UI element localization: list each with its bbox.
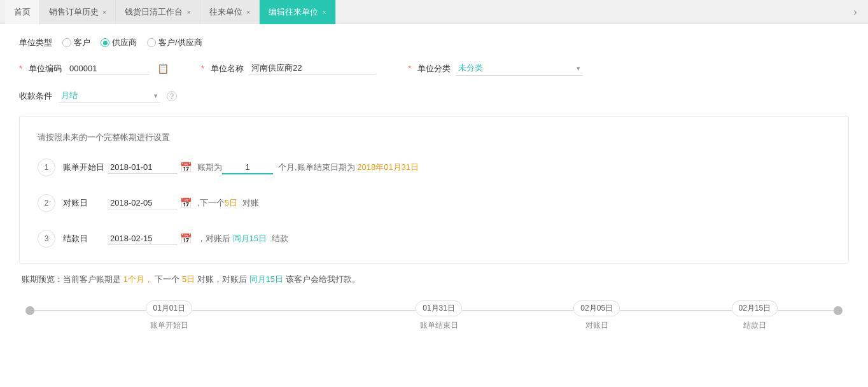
unit-code-group: * 单位编码 📋	[19, 62, 169, 75]
unit-class-group: * 单位分类 未分类 ▾	[408, 61, 583, 76]
setting-label-2: 对账日	[63, 197, 108, 209]
required-code: *	[19, 64, 22, 73]
payment-date-calendar-icon[interactable]: 📅	[180, 233, 192, 244]
payment-highlight: 同月15日	[233, 233, 267, 244]
start-date-calendar-icon[interactable]: 📅	[180, 162, 192, 173]
row-number-3: 3	[38, 230, 55, 248]
preview-highlight2: 5日	[182, 274, 195, 284]
tab-expand-button[interactable]: ›	[848, 0, 863, 24]
tab-bar: 首页 销售订单历史 × 钱货日清工作台 × 往来单位 × 编辑往来单位 × ›	[0, 0, 868, 24]
info-box-title: 请按照未来的一个完整帐期进行设置	[38, 132, 830, 143]
timeline-label-3: 对账日	[585, 320, 608, 331]
help-icon[interactable]: ?	[167, 91, 177, 101]
unit-type-radio-group: 客户 供应商 客户/供应商	[62, 37, 202, 48]
unit-class-arrow: ▾	[577, 64, 580, 73]
info-box: 请按照未来的一个完整帐期进行设置 1 账单开始日 📅 账期为 个月,账单结束日期…	[19, 116, 849, 264]
timeline-line-3	[462, 310, 573, 311]
preview-prefix: 账期预览：当前客户账期是	[22, 274, 121, 284]
setting-label-1: 账单开始日	[63, 162, 108, 173]
unit-name-input[interactable]	[249, 62, 376, 75]
unit-name-label: 单位名称	[211, 63, 244, 74]
unit-class-dropdown[interactable]: 未分类 ▾	[456, 61, 583, 76]
unit-code-label: 单位编码	[29, 63, 62, 74]
payment-condition-label: 收款条件	[19, 90, 52, 102]
setting-label-3: 结款日	[63, 233, 108, 244]
timeline-line-2	[192, 310, 416, 311]
unit-class-label: 单位分类	[417, 63, 451, 74]
unit-class-value: 未分类	[458, 62, 573, 74]
setting-desc-1-prefix: 账期为	[197, 162, 222, 173]
close-cash-work[interactable]: ×	[186, 8, 190, 16]
reconcile-date-input[interactable]	[108, 197, 178, 209]
timeline-label-4: 结款日	[743, 320, 766, 331]
unit-type-row: 单位类型 客户 供应商 客户/供应商	[19, 37, 849, 48]
tab-edit-counterparty[interactable]: 编辑往来单位 ×	[260, 0, 335, 24]
unit-type-label: 单位类型	[19, 37, 52, 48]
close-edit-counterparty[interactable]: ×	[322, 8, 326, 16]
required-name: *	[201, 64, 204, 73]
timeline-line-5	[778, 310, 834, 311]
tab-sales-order[interactable]: 销售订单历史 ×	[40, 0, 116, 24]
period-input[interactable]	[222, 161, 273, 174]
timeline-node-3: 02月05日 对账日	[573, 300, 620, 331]
reconcile-highlight: 5日	[225, 197, 237, 209]
payment-date-input[interactable]	[108, 232, 178, 245]
timeline-label-1: 账单开始日	[150, 320, 188, 331]
unit-code-copy-icon[interactable]: 📋	[157, 63, 169, 74]
preview-row: 账期预览：当前客户账期是 1个月， 下一个 5日 对账，对账后 同月15日 该客…	[19, 274, 849, 285]
setting-desc-3-suffix: 结款	[272, 233, 288, 244]
setting-row-3: 3 结款日 📅 ，对账后 同月15日 结款	[38, 230, 830, 248]
reconcile-date-calendar-icon[interactable]: 📅	[180, 197, 192, 209]
unit-code-input[interactable]	[67, 62, 150, 75]
preview-mid2: 对账，对账后	[197, 274, 247, 284]
timeline-start-dot	[25, 306, 34, 315]
preview-mid1: 下一个	[155, 274, 179, 284]
setting-row-2: 2 对账日 📅 ,下一个 5日 对账	[38, 194, 830, 212]
preview-highlight1: 1个月，	[123, 274, 153, 284]
payment-condition-arrow: ▾	[154, 92, 158, 100]
timeline-node-4: 02月15日 结款日	[732, 300, 778, 331]
unit-name-group: * 单位名称	[201, 62, 376, 75]
tab-home[interactable]: 首页	[5, 0, 40, 24]
main-content: 单位类型 客户 供应商 客户/供应商 * 单位编码	[0, 24, 868, 387]
end-date-highlight: 2018年01月31日	[357, 162, 419, 173]
unit-info-row: * 单位编码 📋 * 单位名称 * 单位分类 未分类 ▾	[19, 61, 849, 76]
close-sales-order[interactable]: ×	[102, 8, 106, 16]
radio-circle-both	[147, 38, 156, 47]
row-number-2: 2	[38, 194, 55, 212]
timeline-badge-2: 01月31日	[416, 300, 462, 316]
preview-highlight3: 同月15日	[249, 274, 283, 284]
timeline: 01月01日 账单开始日 01月31日 账单结束日 02月05日 对账日 02月…	[19, 300, 849, 331]
radio-circle-supplier	[101, 38, 109, 47]
setting-desc-2-prefix: ,下一个	[197, 197, 225, 209]
radio-circle-customer	[62, 38, 71, 47]
timeline-badge-1: 01月01日	[146, 300, 192, 316]
required-class: *	[408, 64, 411, 73]
preview-suffix: 该客户会给我打款。	[286, 274, 360, 284]
payment-condition-dropdown[interactable]: 月结 ▾	[59, 88, 160, 103]
timeline-end-dot	[834, 306, 843, 315]
timeline-line-1	[34, 310, 146, 311]
tab-counterparty[interactable]: 往来单位 ×	[200, 0, 260, 24]
setting-desc-1-suffix: 个月,账单结束日期为	[278, 162, 357, 173]
setting-desc-3-prefix: ，对账后	[197, 233, 233, 244]
radio-customer[interactable]: 客户	[62, 37, 90, 48]
timeline-badge-3: 02月05日	[573, 300, 620, 316]
timeline-node-2: 01月31日 账单结束日	[416, 300, 462, 331]
radio-both[interactable]: 客户/供应商	[147, 37, 202, 48]
timeline-label-2: 账单结束日	[420, 320, 458, 331]
payment-condition-value: 月结	[61, 90, 150, 101]
timeline-badge-4: 02月15日	[732, 300, 778, 316]
close-counterparty[interactable]: ×	[246, 8, 250, 16]
radio-supplier[interactable]: 供应商	[101, 37, 137, 48]
payment-condition-row: 收款条件 月结 ▾ ?	[19, 88, 849, 103]
unit-type-group: 单位类型 客户 供应商 客户/供应商	[19, 37, 202, 48]
timeline-node-1: 01月01日 账单开始日	[146, 300, 192, 331]
start-date-input[interactable]	[108, 161, 178, 174]
setting-desc-2-suffix: 对账	[242, 197, 259, 209]
tab-cash-work[interactable]: 钱货日清工作台 ×	[116, 0, 200, 24]
row-number-1: 1	[38, 158, 55, 176]
setting-row-1: 1 账单开始日 📅 账期为 个月,账单结束日期为 2018年01月31日	[38, 158, 830, 176]
timeline-line-4	[620, 310, 731, 311]
